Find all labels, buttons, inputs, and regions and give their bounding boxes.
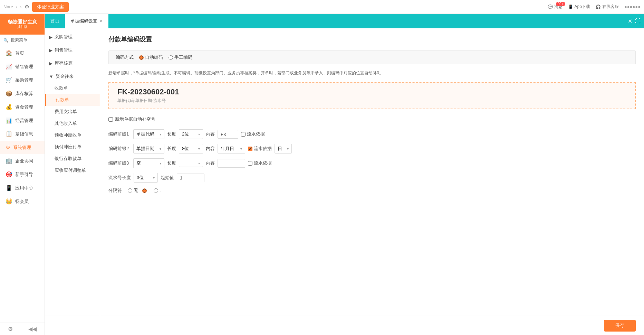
length2-select[interactable]: 8位 ▾ [179,144,203,153]
user-avatar[interactable]: ●●●●●● [624,4,641,9]
purchase-icon: 🛒 [6,77,12,83]
stream2-checkbox[interactable] [248,147,252,151]
sidebar-item-enterprise[interactable]: 🏢 企业协同 [0,154,45,168]
search-icon: 🔍 [3,38,9,43]
prefix1-select[interactable]: 单据代码 ▾ [133,129,164,139]
content3-label: 内容 [206,160,215,166]
sidebar-item-label: 应用中心 [15,185,33,191]
sep-none-radio[interactable] [128,188,132,193]
collapse-icon[interactable]: ◀◀ [28,326,37,332]
sub-item-prepay-pay[interactable]: 预付冲应付单 [45,141,100,153]
sub-item-prepay-receive[interactable]: 预收冲应收单 [45,129,100,141]
sidebar-item-home[interactable]: 🏠 首页 [0,46,45,60]
tab-minimize-icon[interactable]: ✕ [628,18,632,25]
app-download-label: App下载 [575,4,590,10]
save-button[interactable]: 保存 [604,320,636,332]
prefix3-value: 空 [136,160,141,166]
tab-encoding[interactable]: 单据编码设置 ✕ [65,14,108,28]
sidebar-item-label: 经营管理 [15,118,33,124]
length3-select[interactable]: ▾ [179,160,203,167]
length1-select[interactable]: 2位 ▾ [179,129,203,139]
start-input[interactable] [177,174,204,182]
sidebar-item-inventory[interactable]: 📦 库存核算 [0,87,45,100]
stream1-checkbox[interactable] [241,132,246,137]
length1-label: 长度 [167,131,176,137]
tab-close-icon[interactable]: ✕ [99,19,103,24]
stream2-checkbox-label[interactable]: 流水依据 [248,146,272,152]
stream1-checkbox-label[interactable]: 流水依据 [241,131,265,137]
sidebar-item-purchase[interactable]: 🛒 采购管理 [0,73,45,87]
content2-select[interactable]: 年月日 ▾ [218,144,245,153]
sep-dot-radio[interactable] [154,188,158,193]
settings-icon[interactable]: ⚙ [25,3,29,10]
sub-header-sales[interactable]: ▶ 销售管理 [45,44,100,56]
bottom-bar: 保存 [45,316,644,335]
sidebar-item-operations[interactable]: 📊 经营管理 [0,114,45,127]
sidebar-item-member[interactable]: 👑 畅会员 [0,195,45,208]
sep-none-item[interactable]: 无 [128,187,138,194]
stream2-unit-select[interactable]: 日 ▾ [275,144,292,153]
sidebar-item-label: 销售管理 [15,64,33,70]
content1-label: 内容 [206,131,215,137]
top-bar: Nare ‹ › ⚙ 体验行业方案 💬 消息 99+ 📱 App下载 🎧 在线客… [0,0,644,14]
prefix1-row: 编码前缀1 单据代码 ▾ 长度 2位 ▾ 内容 流水依据 [108,129,636,139]
content3-input[interactable] [218,159,245,168]
nav-back[interactable]: ‹ [16,4,17,9]
prefix2-label: 编码前缀2 [108,146,131,152]
sub-header-inventory[interactable]: ▶ 库存核算 [45,57,100,69]
tab-encoding-label: 单据编码设置 [70,18,97,24]
sidebar-item-finance[interactable]: 💰 资金管理 [0,100,45,114]
sep-dot-item[interactable]: · [154,188,161,193]
content1-input[interactable] [218,130,238,139]
collapse-icon: ▼ [49,74,54,79]
sub-header-label: 库存核算 [55,60,73,66]
settings-bottom-icon[interactable]: ⚙ [8,326,13,332]
chevron-down-icon: ▾ [160,147,161,151]
preview-box: FK-20230602-001 单据代码-单据日期-流水号 [108,82,636,109]
prefix2-select[interactable]: 单据日期 ▾ [133,144,164,153]
sep-dash-item[interactable]: - [142,188,150,193]
sidebar-item-apps[interactable]: 📱 应用中心 [0,181,45,195]
prefix1-label: 编码前缀1 [108,131,131,137]
sub-item-other-income[interactable]: 其他收入单 [45,118,100,129]
sub-item-payment[interactable]: 付款单 [45,94,100,106]
manual-radio[interactable] [169,55,173,60]
sidebar-menu: 🏠 首页 📈 销售管理 🛒 采购管理 📦 库存核算 💰 资金管理 📊 经 [0,46,45,323]
stream3-checkbox-label[interactable]: 流水依据 [248,160,272,166]
messages-item[interactable]: 💬 消息 99+ [548,4,563,10]
sub-item-receipt[interactable]: 收款单 [45,82,100,94]
auto-radio-item[interactable]: 自动编码 [139,54,163,61]
sub-item-adj[interactable]: 应收应付调整单 [45,165,100,176]
system-icon: ⚙ [6,144,10,151]
stream-num-label: 流水号长度 [108,175,131,181]
auto-fill-checkbox[interactable] [108,117,113,122]
auto-radio[interactable] [139,55,144,60]
sidebar-item-guide[interactable]: 🎯 新手引导 [0,168,45,181]
app-download-item[interactable]: 📱 App下载 [568,4,590,10]
manual-label: 手工编码 [174,54,192,61]
experience-btn[interactable]: 体验行业方案 [32,2,69,12]
stream-num-select[interactable]: 3位 ▾ [134,173,158,183]
sidebar-item-system[interactable]: ⚙ 系统管理 [0,141,45,154]
preview-code: FK-20230602-001 [117,87,627,96]
sep-dash-label: - [148,188,150,193]
prefix3-select[interactable]: 空 ▾ [133,158,164,168]
stream3-checkbox[interactable] [248,161,252,166]
content2-value: 年月日 [221,146,234,152]
sidebar-search[interactable]: 🔍 搜索菜单 [0,35,45,46]
sub-header-label: 资金往来 [56,73,74,80]
sub-item-bank[interactable]: 银行存取款单 [45,153,100,165]
sub-item-expense[interactable]: 费用支出单 [45,106,100,118]
sub-header-purchase[interactable]: ▶ 采购管理 [45,31,100,43]
sep-dash-radio[interactable] [142,188,147,193]
nav-forward[interactable]: › [20,4,22,9]
sidebar-item-basic[interactable]: 📋 基础信息 [0,127,45,141]
tab-home[interactable]: 首页 [45,14,65,28]
sub-header-finance[interactable]: ▼ 资金往来 [45,71,100,82]
tab-maximize-icon[interactable]: ⛶ [635,18,641,24]
manual-radio-item[interactable]: 手工编码 [169,54,192,61]
sub-sidebar: ▶ 采购管理 ▶ 销售管理 ▶ 库存核算 [45,28,100,316]
online-service-item[interactable]: 🎧 在线客服 [596,4,619,10]
sidebar-item-sales[interactable]: 📈 销售管理 [0,60,45,73]
home-icon: 🏠 [6,50,12,56]
